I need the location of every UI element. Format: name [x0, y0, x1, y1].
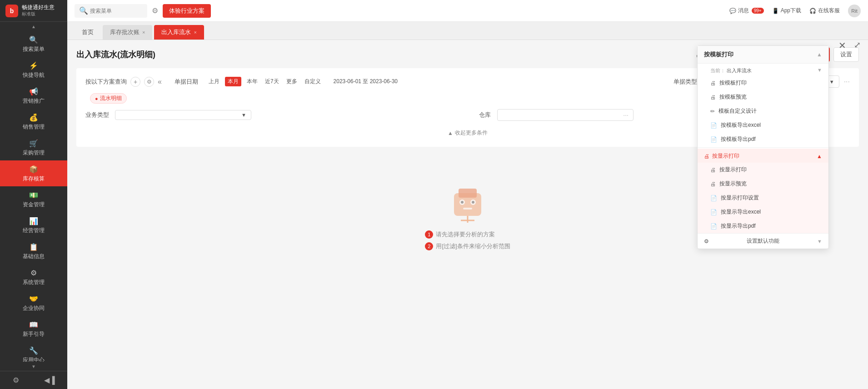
- date-btn-last-month[interactable]: 上月: [207, 77, 221, 86]
- settings-icon[interactable]: ⚙: [13, 376, 19, 384]
- sidebar-item-quicknav[interactable]: ⚡ 快捷导航: [0, 57, 67, 83]
- svg-rect-6: [463, 208, 472, 209]
- current-chevron: ▼: [817, 67, 822, 73]
- display-settings-item[interactable]: 📄 按显示打印设置: [698, 191, 828, 205]
- app-download-btn[interactable]: 📱 App下载: [772, 7, 801, 15]
- sidebar-scroll-down[interactable]: ▼: [0, 362, 67, 371]
- online-service-label: 在线客服: [818, 7, 840, 15]
- filter-tag-detail[interactable]: ● 流水明细: [90, 93, 127, 104]
- dropdown-title: 按模板打印: [704, 50, 733, 59]
- topbar: 🔍 ⚙ 体验行业方案 💬 消息 99+ 📱 App下载 🎧 在线客服 Rit: [67, 0, 868, 22]
- warehouse-select[interactable]: ···: [497, 109, 634, 121]
- template-export-excel-label: 按模板导出excel: [721, 121, 761, 129]
- step-1-num: 1: [425, 230, 433, 239]
- display-print-label: 按显示打印: [719, 166, 747, 174]
- sidebar-item-sales[interactable]: 💰 销售管理: [0, 109, 67, 135]
- filter-collapse-btn[interactable]: «: [158, 78, 162, 86]
- date-label: 单据日期: [175, 78, 200, 86]
- expand-icon[interactable]: ⤢: [854, 40, 861, 50]
- sidebar-item-guide[interactable]: 📖 新手引导: [0, 316, 67, 342]
- date-btn-more[interactable]: 更多: [284, 77, 299, 86]
- template-print-item[interactable]: 🖨 按模板打印: [698, 76, 828, 90]
- filter-set-btn[interactable]: ⚙: [144, 77, 154, 87]
- sidebar-item-inventory[interactable]: 📦 库存核算: [0, 160, 67, 186]
- sidebar-item-label: 搜索菜单: [23, 45, 45, 53]
- search-icon: 🔍: [29, 35, 38, 44]
- filter-add-btn[interactable]: +: [130, 77, 140, 87]
- trial-btn[interactable]: 体验行业方案: [163, 4, 211, 18]
- appcenter-icon: 🔧: [29, 346, 38, 355]
- sidebar-item-basic[interactable]: 📋 基础信息: [0, 238, 67, 264]
- avatar: Rit: [848, 5, 861, 17]
- date-btn-custom[interactable]: 自定义: [303, 77, 323, 86]
- svg-rect-1: [459, 189, 477, 198]
- marketing-icon: 📢: [29, 87, 38, 96]
- sidebar-item-enterprise[interactable]: 🤝 企业协同: [0, 290, 67, 316]
- app-version: 标准版: [22, 11, 55, 17]
- message-label: 消息: [738, 7, 749, 15]
- page-title: 出入库流水(流水明细): [76, 49, 155, 60]
- doctype-more-icon[interactable]: ···: [844, 78, 850, 86]
- template-design-item[interactable]: ✏ 模板自定义设计: [698, 104, 828, 118]
- display-settings-label: 按显示打印设置: [721, 194, 759, 202]
- biz-type-select[interactable]: ▼: [115, 110, 251, 120]
- gear-icon[interactable]: ⚙: [152, 6, 158, 15]
- search-box[interactable]: 🔍: [75, 4, 147, 18]
- template-export-excel-item[interactable]: 📄 按模板导出excel: [698, 118, 828, 132]
- date-btn-7days[interactable]: 近7天: [263, 77, 281, 86]
- display-export-pdf-label: 按显示导出pdf: [721, 222, 756, 230]
- template-export-pdf-label: 按模板导出pdf: [721, 135, 756, 143]
- svg-point-4: [461, 201, 464, 204]
- headset-icon: 🎧: [809, 8, 816, 14]
- operations-icon: 📊: [29, 217, 38, 225]
- date-btn-this-year[interactable]: 本年: [245, 77, 259, 86]
- tab-inventory-batch[interactable]: 库存批次账 ×: [103, 25, 152, 40]
- topbar-left: 🔍 ⚙ 体验行业方案: [75, 4, 211, 18]
- phone-icon: 📱: [772, 8, 779, 14]
- display-preview-icon: 🖨: [710, 181, 716, 187]
- tab-stock-flow-close[interactable]: ×: [194, 30, 196, 35]
- template-preview-item[interactable]: 🖨 按模板预览: [698, 90, 828, 104]
- inventory-icon: 📦: [29, 165, 38, 174]
- topbar-right: 💬 消息 99+ 📱 App下载 🎧 在线客服 Rit: [729, 5, 861, 17]
- empty-step-1: 1 请先选择要分析的方案: [425, 230, 510, 239]
- sidebar-item-search[interactable]: 🔍 搜索菜单: [0, 31, 67, 57]
- dropdown-footer[interactable]: ⚙ 设置默认功能 ▼: [698, 233, 828, 249]
- tab-home[interactable]: 首页: [75, 25, 101, 40]
- search-input[interactable]: [90, 8, 145, 14]
- section2-header[interactable]: 🖨 按显示打印 ▲: [698, 149, 828, 163]
- sidebar-item-finance[interactable]: 💵 资金管理: [0, 186, 67, 212]
- tab-stock-flow[interactable]: 出入库流水 ×: [154, 25, 204, 40]
- current-value: 出入库流水: [727, 68, 752, 73]
- display-printer-icon: 🖨: [710, 167, 716, 173]
- tab-inventory-batch-close[interactable]: ×: [142, 30, 145, 35]
- filter-scheme-label: 按以下方案查询: [85, 78, 127, 86]
- sidebar-item-system[interactable]: ⚙ 系统管理: [0, 264, 67, 290]
- template-export-pdf-item[interactable]: 📄 按模板导出pdf: [698, 132, 828, 146]
- purchase-icon: 🛒: [29, 139, 38, 148]
- sidebar-item-operations[interactable]: 📊 经营管理: [0, 212, 67, 238]
- basic-icon: 📋: [29, 243, 38, 251]
- online-service-btn[interactable]: 🎧 在线客服: [809, 7, 840, 15]
- display-export-pdf-item[interactable]: 📄 按显示导出pdf: [698, 219, 828, 233]
- display-print-item[interactable]: 🖨 按显示打印: [698, 163, 828, 177]
- message-badge: 99+: [752, 8, 764, 14]
- display-preview-item[interactable]: 🖨 按显示预览: [698, 177, 828, 191]
- display-pdf-icon: 📄: [710, 223, 717, 229]
- message-btn[interactable]: 💬 消息 99+: [729, 7, 764, 15]
- sidebar-item-marketing[interactable]: 📢 营销推广: [0, 83, 67, 109]
- sidebar-item-label: 经营管理: [23, 227, 45, 234]
- sidebar-scroll-up[interactable]: ▲: [0, 22, 67, 31]
- sidebar-item-purchase[interactable]: 🛒 采购管理: [0, 135, 67, 160]
- date-btn-this-month[interactable]: 本月: [225, 77, 241, 86]
- sidebar-item-label: 企业协同: [23, 304, 45, 312]
- sidebar-item-label: 营销推广: [23, 97, 45, 105]
- step-2-num: 2: [425, 242, 433, 250]
- sidebar-item-appcenter[interactable]: 🔧 应用中心: [0, 342, 67, 362]
- close-window-icon[interactable]: ✕: [838, 40, 846, 51]
- chevron-up-icon: ▲: [817, 51, 822, 58]
- tag-icon: ●: [95, 96, 98, 101]
- display-export-excel-item[interactable]: 📄 按显示导出excel: [698, 205, 828, 219]
- collapse-icon[interactable]: ◀▐: [44, 376, 55, 384]
- user-info[interactable]: Rit: [848, 5, 861, 17]
